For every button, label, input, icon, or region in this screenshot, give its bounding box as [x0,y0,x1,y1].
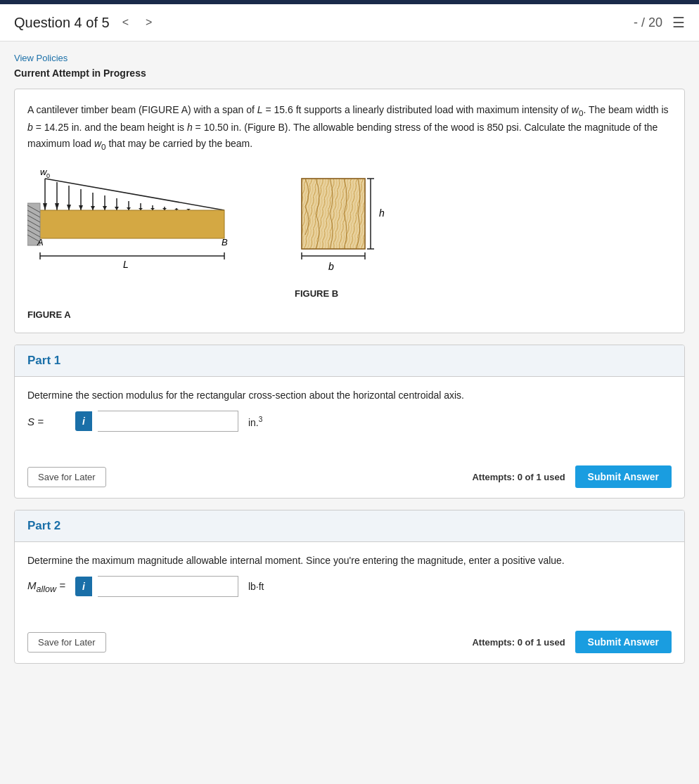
part2-save-later-button[interactable]: Save for Later [27,632,106,653]
svg-rect-45 [302,179,365,249]
part2-body: Determine the maximum magnitude allowabl… [15,542,684,624]
svg-text:h: h [379,207,385,219]
part2-footer: Save for Later Attempts: 0 of 1 used Sub… [15,624,684,663]
part1-question: Determine the section modulus for the re… [27,390,672,401]
part1-save-later-button[interactable]: Save for Later [27,467,106,487]
svg-rect-29 [34,210,224,238]
part2-header: Part 2 [15,510,684,542]
svg-marker-7 [67,205,71,210]
part1-info-button[interactable]: i [75,411,92,431]
next-question-button[interactable]: > [141,15,156,30]
part2-answer-input[interactable] [98,576,238,597]
part1-attempts: Attempts: 0 of 1 used [472,472,565,482]
part1-footer: Save for Later Attempts: 0 of 1 used Sub… [15,458,684,498]
header: Question 4 of 5 < > - / 20 ☰ [0,4,699,41]
part2-attempts: Attempts: 0 of 1 used [472,637,565,648]
question-description: A cantilever timber beam (FIGURE A) with… [27,102,672,153]
header-right: - / 20 ☰ [634,14,685,31]
figure-a-label: FIGURE A [27,309,71,320]
figure-b: h b FIGURE B [295,172,407,299]
part1-section: Part 1 Determine the section modulus for… [14,345,685,499]
part1-submit-button[interactable]: Submit Answer [575,465,672,488]
svg-text:b: b [328,261,334,272]
svg-marker-11 [91,206,95,210]
part2-unit: lb·ft [248,581,264,592]
part1-input-row: S = i in.3 [27,411,672,432]
part2-footer-right: Attempts: 0 of 1 used Submit Answer [472,631,672,653]
attempt-status: Current Attempt in Progress [14,68,685,79]
svg-text:A: A [37,237,44,248]
part2-info-button[interactable]: i [75,577,92,596]
svg-text:0: 0 [46,172,50,179]
figure-a-svg: w 0 [27,165,252,305]
part2-submit-button[interactable]: Submit Answer [575,631,672,653]
figure-b-svg: h b [295,172,407,284]
part2-question: Determine the maximum magnitude allowabl… [27,555,672,566]
svg-marker-3 [43,203,47,210]
header-left: Question 4 of 5 < > [14,15,156,31]
figure-b-label: FIGURE B [295,288,338,299]
svg-line-28 [45,179,224,210]
svg-marker-15 [115,207,119,210]
part1-title: Part 1 [27,354,60,367]
svg-marker-9 [79,205,83,210]
figures-container: w 0 [27,165,672,320]
svg-text:L: L [123,259,129,270]
question-box: A cantilever timber beam (FIGURE A) with… [14,89,685,333]
figure-a: w 0 [27,165,252,320]
part1-footer-right: Attempts: 0 of 1 used Submit Answer [472,465,672,488]
part1-unit: in.3 [248,416,262,428]
page-content: View Policies Current Attempt in Progres… [0,41,699,686]
part2-section: Part 2 Determine the maximum magnitude a… [14,510,685,664]
part1-header: Part 1 [15,345,684,377]
svg-marker-13 [103,206,107,210]
part1-answer-input[interactable] [98,411,238,432]
score-display: - / 20 [634,15,662,30]
part1-equation-label: S = [27,416,70,428]
menu-icon[interactable]: ☰ [672,14,685,31]
part2-equation-label: Mallow = [27,579,70,594]
part1-body: Determine the section modulus for the re… [15,377,684,458]
svg-marker-5 [55,203,59,210]
prev-question-button[interactable]: < [118,15,133,30]
part2-input-row: Mallow = i lb·ft [27,576,672,597]
svg-text:B: B [222,237,228,248]
question-title: Question 4 of 5 [14,15,110,31]
svg-marker-17 [127,207,131,210]
part2-title: Part 2 [27,519,60,532]
view-policies-link[interactable]: View Policies [14,53,685,63]
